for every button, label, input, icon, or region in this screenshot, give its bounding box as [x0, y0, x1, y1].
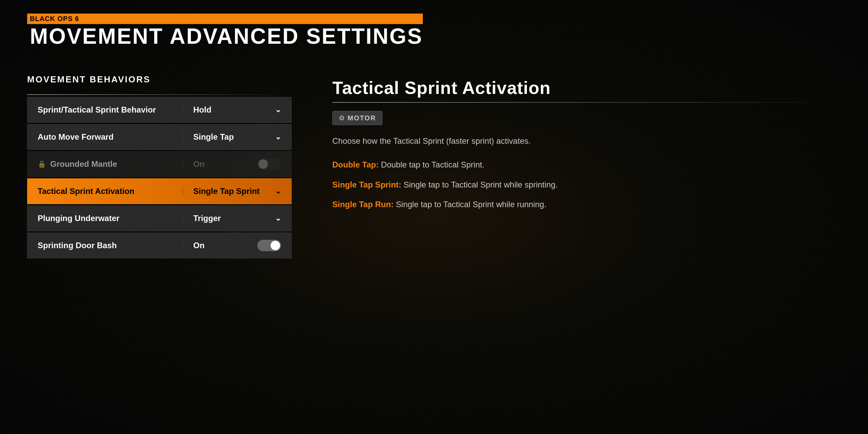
setting-label-sprint-behavior: Sprint/Tactical Sprint Behavior: [27, 105, 183, 115]
option-label-double-tap: Double Tap:: [332, 160, 379, 169]
setting-label-auto-move-forward: Auto Move Forward: [27, 132, 183, 142]
settings-list: Sprint/Tactical Sprint Behavior Hold ⌄ A…: [27, 97, 292, 258]
section-title: MOVEMENT BEHAVIORS: [27, 74, 292, 87]
setting-row-grounded-mantle: 🔒 Grounded Mantle On: [27, 151, 292, 177]
setting-row-sprint-behavior[interactable]: Sprint/Tactical Sprint Behavior Hold ⌄: [27, 97, 292, 123]
toggle-sprinting-door-bash[interactable]: [257, 240, 281, 251]
page-container: BLACK OPS 6 MOVEMENT ADVANCED SETTINGS M…: [0, 0, 868, 272]
motor-label: MOTOR: [348, 114, 376, 122]
setting-label-grounded-mantle: 🔒 Grounded Mantle: [27, 159, 183, 169]
toggle-knob: [258, 159, 268, 169]
header-left: BLACK OPS 6 MOVEMENT ADVANCED SETTINGS: [27, 14, 423, 47]
setting-row-tactical-sprint-activation[interactable]: Tactical Sprint Activation Single Tap Sp…: [27, 178, 292, 204]
motor-badge: ⚙ MOTOR: [332, 111, 382, 125]
setting-row-plunging-underwater[interactable]: Plunging Underwater Trigger ⌄: [27, 205, 292, 231]
setting-value-grounded-mantle: On: [183, 158, 291, 170]
option-desc-single-tap-sprint: Single tap to Tactical Sprint while spri…: [401, 180, 558, 189]
setting-label-sprinting-door-bash: Sprinting Door Bash: [27, 241, 183, 250]
detail-options: Double Tap: Double tap to Tactical Sprin…: [332, 158, 841, 211]
detail-divider: [332, 102, 841, 103]
toggle-grounded-mantle: [257, 158, 281, 170]
option-label-single-tap-sprint: Single Tap Sprint:: [332, 180, 401, 189]
setting-value-auto-move-forward: Single Tap ⌄: [183, 132, 291, 142]
detail-description: Choose how the Tactical Sprint (faster s…: [332, 135, 841, 147]
setting-row-auto-move-forward[interactable]: Auto Move Forward Single Tap ⌄: [27, 124, 292, 150]
left-panel: MOVEMENT BEHAVIORS Sprint/Tactical Sprin…: [27, 74, 292, 258]
setting-row-sprinting-door-bash[interactable]: Sprinting Door Bash On: [27, 233, 292, 258]
section-divider: [27, 94, 292, 95]
setting-value-plunging-underwater: Trigger ⌄: [183, 214, 291, 223]
lock-icon: 🔒: [38, 160, 46, 168]
toggle-knob: [271, 241, 280, 250]
game-logo-text: BLACK OPS 6: [30, 15, 79, 22]
setting-label-plunging-underwater: Plunging Underwater: [27, 214, 183, 223]
option-desc-double-tap: Double tap to Tactical Sprint.: [379, 160, 485, 169]
page-title: MOVEMENT ADVANCED SETTINGS: [30, 25, 423, 47]
motor-icon: ⚙: [339, 114, 345, 122]
setting-value-tactical-sprint-activation: Single Tap Sprint ⌄: [183, 186, 291, 196]
header: BLACK OPS 6 MOVEMENT ADVANCED SETTINGS: [27, 14, 841, 47]
chevron-down-icon: ⌄: [275, 187, 281, 196]
detail-title: Tactical Sprint Activation: [332, 78, 841, 98]
setting-value-sprint-behavior: Hold ⌄: [183, 105, 291, 115]
setting-value-sprinting-door-bash: On: [183, 240, 291, 251]
chevron-down-icon: ⌄: [275, 105, 281, 114]
chevron-down-icon: ⌄: [275, 214, 281, 223]
detail-option-single-tap-sprint: Single Tap Sprint: Single tap to Tactica…: [332, 178, 841, 191]
main-layout: MOVEMENT BEHAVIORS Sprint/Tactical Sprin…: [27, 74, 841, 258]
setting-label-tactical-sprint-activation: Tactical Sprint Activation: [27, 186, 183, 196]
chevron-down-icon: ⌄: [275, 133, 281, 141]
option-desc-single-tap-run: Single tap to Tactical Sprint while runn…: [394, 200, 546, 209]
game-logo: BLACK OPS 6: [27, 14, 423, 24]
right-panel: Tactical Sprint Activation ⚙ MOTOR Choos…: [332, 74, 841, 211]
option-label-single-tap-run: Single Tap Run:: [332, 200, 394, 209]
detail-option-double-tap: Double Tap: Double tap to Tactical Sprin…: [332, 158, 841, 171]
detail-option-single-tap-run: Single Tap Run: Single tap to Tactical S…: [332, 198, 841, 211]
